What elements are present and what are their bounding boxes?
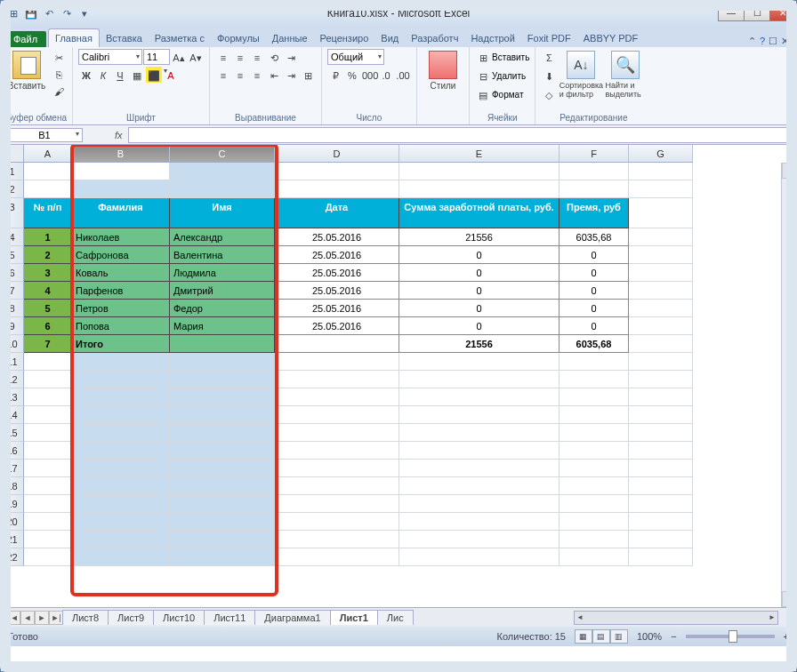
cell-f11[interactable]	[560, 353, 629, 371]
cell-date-7[interactable]: 25.05.2016	[275, 282, 399, 300]
col-header-b[interactable]: B	[72, 145, 170, 163]
cell-b16[interactable]	[72, 442, 170, 460]
row-header-6[interactable]: 6	[1, 264, 24, 282]
cell-a20[interactable]	[24, 513, 72, 531]
sheet-nav-last-icon[interactable]: ►|	[49, 611, 63, 625]
align-bottom-icon[interactable]: ≡	[249, 49, 265, 65]
cell-d15[interactable]	[275, 424, 399, 442]
cell-e14[interactable]	[399, 406, 560, 424]
cell-f1[interactable]	[560, 163, 629, 180]
font-name-combo[interactable]: Calibri	[78, 49, 142, 65]
cell-e17[interactable]	[399, 460, 560, 477]
tab-insert[interactable]: Вставка	[100, 29, 149, 47]
underline-button[interactable]: Ч	[112, 67, 128, 83]
sheet-tab-Лист10[interactable]: Лист10	[153, 610, 205, 625]
cell-d1[interactable]	[275, 163, 399, 180]
cell-f17[interactable]	[560, 460, 629, 477]
cell-date-6[interactable]: 25.05.2016	[275, 264, 399, 282]
cell-d2[interactable]	[275, 180, 399, 198]
cell-date-4[interactable]: 25.05.2016	[275, 228, 399, 246]
cell-d22[interactable]	[275, 548, 399, 566]
cell-g2[interactable]	[629, 180, 693, 198]
row-header-11[interactable]: 11	[1, 353, 24, 371]
cell-first-9[interactable]: Мария	[170, 317, 275, 335]
cell-num-10[interactable]: 7	[24, 335, 72, 353]
sheet-tab-Лист9[interactable]: Лист9	[108, 610, 154, 625]
save-icon[interactable]: 💾	[24, 6, 38, 20]
tab-foxit[interactable]: Foxit PDF	[521, 29, 577, 47]
align-left-icon[interactable]: ≡	[215, 67, 231, 83]
orientation-icon[interactable]: ⟲	[266, 49, 282, 65]
cell-bon-5[interactable]: 0	[560, 246, 629, 264]
cell-d13[interactable]	[275, 388, 399, 406]
align-middle-icon[interactable]: ≡	[232, 49, 248, 65]
sheet-nav-first-icon[interactable]: |◄	[6, 611, 20, 625]
close-workbook-icon[interactable]: ✕	[781, 36, 789, 47]
cell-e21[interactable]	[399, 531, 560, 548]
row-header-12[interactable]: 12	[1, 371, 24, 388]
cell-d16[interactable]	[275, 442, 399, 460]
fx-icon[interactable]: fx	[115, 130, 123, 140]
sort-filter-button[interactable]: A↓ Сортировка и фильтр	[560, 49, 601, 99]
cell-b20[interactable]	[72, 513, 170, 531]
horizontal-scrollbar[interactable]	[574, 611, 778, 625]
minimize-ribbon-icon[interactable]: ⌃	[748, 36, 756, 47]
cell-a22[interactable]	[24, 548, 72, 566]
cell-num-8[interactable]: 5	[24, 300, 72, 317]
row-header-18[interactable]: 18	[1, 477, 24, 495]
cell-g8[interactable]	[629, 300, 693, 317]
cell-sal-8[interactable]: 0	[399, 300, 560, 317]
styles-button[interactable]: Стили	[423, 49, 463, 91]
tab-file[interactable]: Файл	[4, 31, 46, 47]
cell-g12[interactable]	[629, 371, 693, 388]
cell-bon-9[interactable]: 0	[560, 317, 629, 335]
cell-sal-7[interactable]: 0	[399, 282, 560, 300]
row-header-19[interactable]: 19	[1, 495, 24, 513]
cell-e20[interactable]	[399, 513, 560, 531]
cell-a14[interactable]	[24, 406, 72, 424]
cell-f12[interactable]	[560, 371, 629, 388]
cell-b2[interactable]	[72, 180, 170, 198]
percent-icon[interactable]: %	[344, 67, 360, 83]
name-box[interactable]: B1	[6, 128, 83, 142]
cell-num-7[interactable]: 4	[24, 282, 72, 300]
cell-e2[interactable]	[399, 180, 560, 198]
cell-sal-4[interactable]: 21556	[399, 228, 560, 246]
fill-icon[interactable]: ⬇	[541, 68, 557, 84]
row-header-4[interactable]: 4	[1, 228, 24, 246]
find-select-button[interactable]: 🔍 Найти и выделить	[605, 49, 646, 99]
cell-g7[interactable]	[629, 282, 693, 300]
formula-bar[interactable]	[128, 127, 791, 143]
cell-date-5[interactable]: 25.05.2016	[275, 246, 399, 264]
cell-e1[interactable]	[399, 163, 560, 180]
cell-bon-8[interactable]: 0	[560, 300, 629, 317]
row-header-15[interactable]: 15	[1, 424, 24, 442]
row-header-22[interactable]: 22	[1, 548, 24, 566]
sheet-nav-next-icon[interactable]: ►	[35, 611, 49, 625]
paste-button[interactable]: Вставить	[6, 49, 47, 91]
cell-b19[interactable]	[72, 495, 170, 513]
select-all-corner[interactable]	[1, 145, 24, 163]
row-header-2[interactable]: 2	[1, 180, 24, 198]
cell-g1[interactable]	[629, 163, 693, 180]
row-header-8[interactable]: 8	[1, 300, 24, 317]
cell-b15[interactable]	[72, 424, 170, 442]
cell-b21[interactable]	[72, 531, 170, 548]
cell-g14[interactable]	[629, 406, 693, 424]
col-header-d[interactable]: D	[275, 145, 399, 163]
row-header-14[interactable]: 14	[1, 406, 24, 424]
cell-g15[interactable]	[629, 424, 693, 442]
cell-d14[interactable]	[275, 406, 399, 424]
cell-date-9[interactable]: 25.05.2016	[275, 317, 399, 335]
cut-icon[interactable]: ✂	[51, 49, 67, 65]
cell-e13[interactable]	[399, 388, 560, 406]
cell-d12[interactable]	[275, 371, 399, 388]
sheet-tab-Лист1[interactable]: Лист1	[330, 610, 378, 625]
tab-addins[interactable]: Надстрой	[464, 29, 520, 47]
align-center-icon[interactable]: ≡	[232, 67, 248, 83]
cell-f13[interactable]	[560, 388, 629, 406]
currency-icon[interactable]: ₽	[327, 67, 343, 83]
cell-last-7[interactable]: Парфенов	[72, 282, 170, 300]
cell-a12[interactable]	[24, 371, 72, 388]
increase-indent-icon[interactable]: ⇥	[283, 67, 299, 83]
